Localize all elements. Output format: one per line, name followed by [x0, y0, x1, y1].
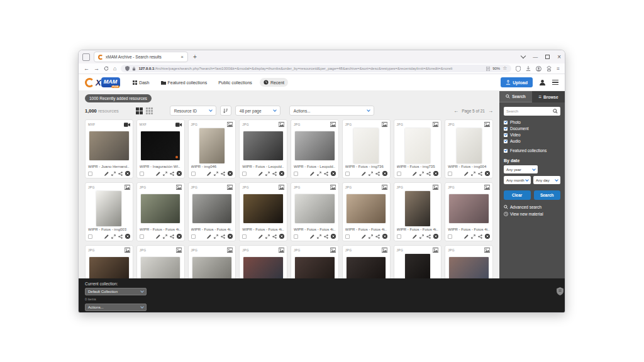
select-checkbox[interactable]	[448, 172, 452, 176]
remove-circle-icon[interactable]	[125, 171, 130, 176]
share-icon[interactable]	[426, 234, 431, 239]
remove-circle-icon[interactable]	[485, 171, 490, 176]
resource-card[interactable]: JPG WIPR - Fotos - Fotos 4t..	[291, 182, 339, 241]
resource-title[interactable]: WIPR - Juano Hernand..	[88, 165, 130, 170]
expand-icon[interactable]	[265, 234, 270, 239]
edit-pencil-icon[interactable]	[207, 234, 211, 239]
thumbnail-area[interactable]	[397, 190, 439, 227]
tab-history-icon[interactable]	[82, 53, 90, 61]
edit-pencil-icon[interactable]	[207, 172, 211, 176]
zoom-level[interactable]: 90%	[492, 67, 500, 70]
collection-select[interactable]: Default Collection	[85, 288, 147, 295]
thumbnail-area[interactable]	[191, 253, 233, 278]
expand-icon[interactable]	[111, 234, 116, 239]
thumbnail-image[interactable]	[141, 194, 180, 223]
checkbox-checked-icon[interactable]	[504, 127, 508, 131]
share-icon[interactable]	[118, 172, 123, 176]
resource-card[interactable]: JPG WIPR - Fotos - img004	[445, 119, 493, 178]
address-bar[interactable]: 127.0.0.1/Archive/pages/search.php?searc…	[121, 65, 511, 72]
thumbnail-image[interactable]	[405, 191, 430, 226]
resource-card[interactable]: JPG WIPR - Fotos - Leopold..	[239, 119, 287, 178]
select-checkbox[interactable]	[448, 234, 452, 239]
resource-card[interactable]: JPG WIPR - Fotos - Leopold..	[291, 119, 339, 178]
thumbnail-area[interactable]	[242, 253, 284, 278]
checkbox-checked-icon[interactable]	[504, 121, 508, 124]
thumbnail-image[interactable]	[405, 128, 430, 163]
remove-circle-icon[interactable]	[279, 234, 284, 239]
resource-card[interactable]: JPG	[342, 245, 391, 278]
upload-button[interactable]: Upload	[501, 77, 533, 87]
thumbnail-image[interactable]	[199, 128, 225, 163]
shield-overlay-icon[interactable]	[557, 287, 564, 295]
select-checkbox[interactable]	[88, 234, 92, 239]
day-select[interactable]: Any day	[533, 176, 560, 184]
share-icon[interactable]	[221, 234, 225, 239]
thumbnail-image[interactable]	[295, 131, 335, 160]
sort-by-select[interactable]: Resource ID	[170, 106, 216, 116]
view-new-material-link[interactable]: View new material	[504, 212, 560, 216]
remove-circle-icon[interactable]	[177, 234, 182, 239]
thumbnail-area[interactable]	[140, 128, 182, 164]
share-icon[interactable]	[478, 234, 482, 239]
search-icon[interactable]	[553, 109, 558, 114]
sidebar-toggle-icon[interactable]: ≡	[557, 66, 560, 72]
thumbnail-image[interactable]	[295, 257, 335, 278]
back-button[interactable]: ←	[84, 66, 89, 72]
month-select[interactable]: Any month	[504, 176, 531, 184]
select-checkbox[interactable]	[140, 234, 144, 239]
select-checkbox[interactable]	[242, 234, 247, 239]
resource-title[interactable]: WIPR - Fotos - Leopold..	[294, 165, 336, 170]
expand-icon[interactable]	[471, 234, 475, 239]
downloads-icon[interactable]	[526, 66, 531, 72]
thumbnail-image[interactable]	[347, 257, 386, 278]
thumbnail-area[interactable]	[345, 253, 387, 278]
app-logo[interactable]: X MAMPLUS	[85, 77, 120, 87]
thumbnail-area[interactable]	[242, 128, 284, 164]
thumbnail-area[interactable]	[88, 253, 130, 278]
resource-card[interactable]: JPG WIPR - Fotos - Fotos 4t..	[136, 182, 185, 241]
resource-card[interactable]: MXF WIPR - Juano Hernand..	[85, 119, 133, 178]
next-page-arrow[interactable]: →	[488, 108, 493, 114]
select-checkbox[interactable]	[191, 172, 196, 176]
resource-title[interactable]: WIPR - Fotos - Fotos 4t..	[242, 228, 284, 233]
collection-context-badge[interactable]: 1000 Recently added resources	[85, 94, 152, 102]
lock-icon[interactable]	[132, 67, 136, 71]
thumbnail-image[interactable]	[243, 194, 283, 223]
resource-card[interactable]: JPG	[239, 245, 287, 278]
expand-icon[interactable]	[419, 172, 424, 176]
sort-direction-button[interactable]	[220, 106, 231, 116]
expand-icon[interactable]	[317, 234, 321, 239]
edit-pencil-icon[interactable]	[104, 172, 109, 176]
reload-icon[interactable]	[104, 66, 109, 71]
expand-icon[interactable]	[369, 172, 373, 176]
remove-circle-icon[interactable]	[433, 234, 438, 239]
advanced-search-link[interactable]: Advanced search	[504, 205, 560, 209]
resource-card[interactable]: JPG WIPR - Fotos - img735	[394, 119, 442, 178]
edit-pencil-icon[interactable]	[413, 234, 417, 239]
resource-title[interactable]: WIPR - Fotos - img004	[448, 165, 490, 170]
resource-title[interactable]: WIPR - img046	[191, 165, 233, 170]
share-icon[interactable]	[272, 234, 277, 239]
thumbnail-image[interactable]	[141, 131, 180, 160]
resource-card[interactable]: JPG WIPR - Fotos - img003	[85, 182, 133, 241]
remove-circle-icon[interactable]	[331, 234, 336, 239]
thumbnail-image[interactable]	[449, 194, 489, 223]
share-icon[interactable]	[118, 234, 123, 239]
share-icon[interactable]	[375, 172, 380, 176]
thumbnail-area[interactable]	[88, 128, 130, 164]
thumbnail-image[interactable]	[192, 194, 232, 223]
collection-actions-select[interactable]: Actions...	[85, 304, 147, 311]
actions-select[interactable]: Actions...	[289, 106, 374, 116]
resource-title[interactable]: WIPR - Fotos - img735	[397, 165, 439, 170]
thumbnail-area[interactable]	[294, 253, 336, 278]
clear-button[interactable]: Clear	[504, 190, 531, 200]
view-list-icon[interactable]	[145, 107, 153, 115]
thumbnail-area[interactable]	[294, 128, 336, 164]
select-checkbox[interactable]	[294, 234, 298, 239]
thumbnail-image[interactable]	[347, 194, 386, 223]
share-icon[interactable]	[324, 234, 328, 239]
edit-pencil-icon[interactable]	[258, 234, 263, 239]
menu-icon[interactable]	[552, 80, 558, 85]
select-checkbox[interactable]	[294, 172, 298, 176]
filter-photo[interactable]: Photo	[504, 120, 560, 124]
